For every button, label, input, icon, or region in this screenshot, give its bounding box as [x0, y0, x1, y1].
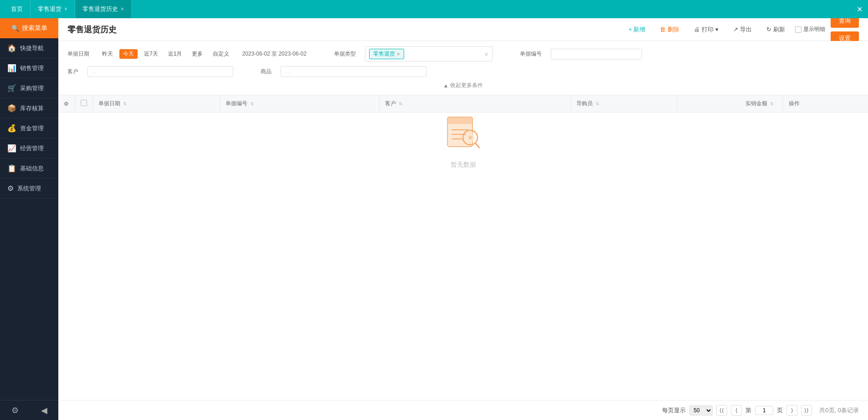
doc-type-dropdown-icon: ∨ [484, 51, 488, 57]
tab-retail-return-label: 零售退货 [38, 5, 62, 13]
th-customer[interactable]: 客户 ⇅ [379, 95, 570, 113]
page-title: 零售退货历史 [67, 24, 117, 35]
query-button[interactable]: 查询 [831, 18, 859, 28]
first-page-btn[interactable]: ⟨⟨ [716, 405, 727, 416]
th-date-sort[interactable]: ⇅ [123, 101, 127, 106]
customer-input[interactable]: … [87, 66, 233, 77]
next-page-btn[interactable]: ⟩ [786, 405, 797, 416]
inventory-icon: 📦 [7, 104, 16, 113]
tab-home[interactable]: 首页 [4, 0, 31, 18]
sidebar-item-inventory[interactable]: 📦 库存核算 [0, 98, 58, 118]
doc-type-select[interactable]: 零售退货 × ∨ [365, 46, 493, 61]
svg-rect-1 [447, 117, 473, 124]
sidebar-item-business[interactable]: 📈 经营管理 [0, 138, 58, 159]
date-opt-yesterday[interactable]: 昨天 [98, 49, 117, 59]
print-button[interactable]: 🖨 打印 ▾ [689, 23, 723, 36]
print-label: 打印 [702, 26, 714, 34]
sidebar-search[interactable]: 🔍 搜索菜单 [0, 18, 58, 38]
pagination: 每页显示 50 10 20 100 ⟨⟨ ⟨ 第 1 页 ⟩ ⟩⟩ 共0页, 0… [58, 400, 868, 420]
table-header-row: ⚙ 单据日期 ⇅ [58, 95, 868, 113]
per-page-select[interactable]: 50 10 20 100 [689, 405, 713, 415]
header-checkbox[interactable] [81, 100, 87, 106]
th-amount[interactable]: 实销金额 ⇅ [677, 95, 783, 113]
date-opt-custom[interactable]: 自定义 [209, 49, 233, 59]
home-icon: 🏠 [7, 44, 16, 52]
th-number[interactable]: 单据编号 ⇅ [220, 95, 380, 113]
table-container: ⚙ 单据日期 ⇅ [58, 95, 868, 400]
th-config[interactable]: ⚙ [58, 95, 75, 113]
empty-text: 暂无数据 [451, 161, 476, 169]
th-amount-sort[interactable]: ⇅ [770, 101, 774, 106]
config-icon[interactable]: ⚙ [64, 101, 69, 107]
sidebar-item-sales-label: 销售管理 [20, 64, 44, 72]
last-page-btn[interactable]: ⟩⟩ [801, 405, 812, 416]
sidebar-item-purchase-mgmt[interactable]: 🛒 采购管理 [0, 78, 58, 98]
doc-type-remove[interactable]: × [397, 51, 400, 57]
new-button[interactable]: + 新增 [624, 23, 650, 36]
th-customer-sort[interactable]: ⇅ [399, 101, 402, 106]
product-label: 商品 [261, 68, 272, 76]
content-area: 零售退货历史 + 新增 🗑 删除 🖨 打印 ▾ ↗ 导出 ↻ 刷新 [58, 18, 868, 420]
tab-retail-return-close[interactable]: × [64, 6, 67, 12]
show-detail-checkbox[interactable] [795, 26, 801, 33]
th-guide-sort[interactable]: ⇅ [596, 101, 599, 106]
print-dropdown-icon: ▾ [715, 26, 719, 33]
finance-icon: 💰 [7, 124, 16, 133]
page-label: 第 [745, 406, 751, 415]
sidebar-item-basic-info[interactable]: 📋 基础信息 [0, 159, 58, 179]
date-opt-1month[interactable]: 近1月 [164, 49, 186, 59]
th-guide[interactable]: 导购员 ⇅ [570, 95, 677, 113]
date-label: 单据日期 [67, 50, 89, 58]
th-check[interactable] [75, 95, 92, 113]
window-controls: ✕ [855, 5, 864, 14]
export-button[interactable]: ↗ 导出 [729, 23, 756, 36]
th-number-label: 单据编号 [226, 100, 247, 108]
data-table: ⚙ 单据日期 ⇅ [58, 95, 868, 113]
collapse-btn[interactable]: ▲ 收起更多条件 [436, 82, 491, 89]
show-detail-toggle[interactable]: 显示明细 [795, 26, 825, 33]
window-close-btn[interactable]: ✕ [855, 5, 864, 14]
tab-retail-return-history-close[interactable]: × [121, 6, 124, 12]
sidebar-collapse-icon[interactable]: ◀ [41, 405, 47, 415]
doc-number-label: 单据编号 [520, 50, 542, 58]
doc-number-input[interactable] [551, 49, 642, 60]
page-input[interactable]: 1 [755, 406, 773, 415]
sidebar-item-finance[interactable]: 💰 资金管理 [0, 118, 58, 138]
date-opt-7days[interactable]: 近7天 [140, 49, 162, 59]
sidebar-item-quick-nav-label: 快捷导航 [20, 44, 44, 52]
refresh-button[interactable]: ↻ 刷新 [762, 23, 790, 36]
sidebar-item-sys-mgmt[interactable]: ⚙ 系统管理 [0, 179, 58, 199]
product-placeholder: … [285, 68, 290, 75]
tab-retail-return-history-label: 零售退货历史 [82, 5, 118, 13]
sys-icon: ⚙ [7, 184, 14, 193]
basic-icon: 📋 [7, 164, 16, 173]
th-operation: 操作 [783, 95, 868, 113]
product-input[interactable]: … [281, 66, 426, 77]
prev-page-btn[interactable]: ⟨ [731, 405, 742, 416]
sidebar-item-business-label: 经营管理 [20, 144, 44, 153]
customer-placeholder: … [92, 68, 97, 75]
sidebar-search-label: 搜索菜单 [22, 24, 47, 32]
date-opt-more[interactable]: 更多 [188, 49, 206, 59]
tab-retail-return-history[interactable]: 零售退货历史 × [75, 0, 132, 18]
sales-icon: 📊 [7, 64, 16, 72]
th-number-sort[interactable]: ⇅ [250, 101, 254, 106]
per-page-label: 每页显示 [662, 406, 686, 415]
svg-point-8 [468, 136, 472, 139]
sidebar-item-quick-nav[interactable]: 🏠 快捷导航 [0, 38, 58, 58]
page-header: 零售退货历史 + 新增 🗑 删除 🖨 打印 ▾ ↗ 导出 ↻ 刷新 [58, 18, 868, 41]
tab-retail-return[interactable]: 零售退货 × [31, 0, 75, 18]
collapse-icon: ▲ [443, 82, 449, 89]
svg-line-7 [475, 143, 479, 148]
th-date[interactable]: 单据日期 ⇅ [92, 95, 220, 113]
top-bar: 首页 零售退货 × 零售退货历史 × ✕ [0, 0, 868, 18]
empty-state: 暂无数据 [58, 113, 868, 169]
doc-type-value: 零售退货 [373, 50, 395, 58]
sidebar-item-sales-mgmt[interactable]: 📊 销售管理 [0, 58, 58, 78]
doc-type-label: 单据类型 [334, 50, 356, 58]
date-opt-today[interactable]: 今天 [119, 49, 138, 59]
date-range-display: 2023-06-02 至 2023-06-02 [242, 50, 306, 58]
sidebar-settings-icon[interactable]: ⚙ [11, 405, 19, 415]
delete-button[interactable]: 🗑 删除 [655, 23, 684, 36]
doc-type-tag: 零售退货 × [369, 49, 404, 59]
